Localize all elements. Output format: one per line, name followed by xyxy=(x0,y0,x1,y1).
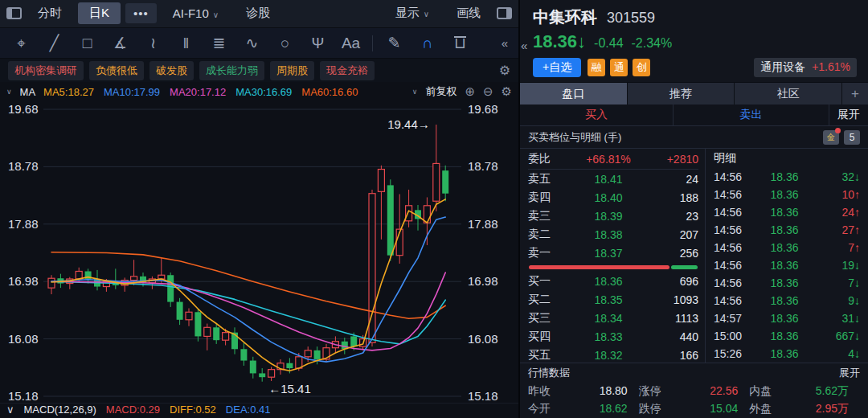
tags-settings-gear-icon[interactable]: ⚙ xyxy=(499,63,510,78)
svg-text:16.98: 16.98 xyxy=(468,274,498,288)
ask-level-row[interactable]: 卖一18.37256 xyxy=(528,244,698,262)
stock-tags-row: 机构密集调研负债很低破发股成长能力弱周期股现金充裕 ⚙ xyxy=(0,59,518,82)
toggle-right-panel-icon[interactable] xyxy=(497,7,512,19)
stock-tag-0[interactable]: 机构密集调研 xyxy=(8,61,84,80)
quote-label: 跌停 xyxy=(639,402,661,416)
tick-row[interactable]: 14:5718.36 31↓ xyxy=(714,309,860,327)
weibi-diff: +2810 xyxy=(652,153,698,166)
collapse-toolbar-icon[interactable]: « xyxy=(496,36,514,50)
tick-row[interactable]: 14:5618.36 7↑ xyxy=(714,239,860,256)
tick-row[interactable]: 14:5618.36 27↑ xyxy=(714,221,860,239)
magnet-icon[interactable]: ∩ xyxy=(411,35,444,52)
ma-collapse-chevron-icon[interactable]: ∨ xyxy=(6,88,12,96)
stock-tag-2[interactable]: 破发股 xyxy=(149,61,194,80)
tab-1[interactable]: 推荐 xyxy=(628,83,735,104)
gann-fan-icon[interactable]: ∡ xyxy=(104,34,137,52)
tab-2[interactable]: 社区 xyxy=(735,83,842,104)
stock-tag-4[interactable]: 周期股 xyxy=(270,61,314,80)
bid-level-row[interactable]: 买五18.32166 xyxy=(528,346,698,364)
wave-icon[interactable]: ∿ xyxy=(235,34,268,52)
expand-trade-button[interactable]: 展开 xyxy=(829,104,868,125)
weibi-row: 委比 +66.81% +2810 xyxy=(528,149,698,170)
tick-row[interactable]: 14:5618.36 19↓ xyxy=(714,256,860,274)
golden-section-icon[interactable]: ≣ xyxy=(203,34,235,52)
zoom-out-icon[interactable]: ⊖ xyxy=(483,84,493,99)
chevron-down-icon: ∨ xyxy=(424,10,429,18)
stock-badge-0[interactable]: 融 xyxy=(588,59,605,76)
quote-label: 昨收 xyxy=(528,384,551,399)
ask-level-row[interactable]: 卖五18.4124 xyxy=(528,170,698,188)
svg-text:15.18: 15.18 xyxy=(468,389,498,403)
stock-tag-1[interactable]: 负债很低 xyxy=(89,61,144,80)
toolbar-item-4[interactable]: 诊股 xyxy=(235,2,281,24)
pan-crosshair-icon[interactable]: ⌖ xyxy=(5,35,38,52)
pitchfork-icon[interactable]: Ψ xyxy=(301,35,334,52)
bid-level-row[interactable]: 买三18.341113 xyxy=(528,309,698,327)
macd-collapse-chevron-icon[interactable]: ∨ xyxy=(6,404,14,416)
trash-icon[interactable]: ⊔ xyxy=(444,35,477,52)
toolbar-item-1[interactable]: 日K xyxy=(78,2,121,24)
price-change-pct: -2.34% xyxy=(632,36,673,51)
quote-label: 涨停 xyxy=(639,384,661,399)
zoom-in-icon[interactable]: ⊕ xyxy=(465,84,475,99)
rectangle-icon[interactable]: □ xyxy=(71,35,104,52)
chevron-down-icon: ∨ xyxy=(213,10,219,19)
market-data-section: 行情数据 展开 昨收 18.80涨停 22.56内盘 5.62万今开 18.62… xyxy=(520,363,868,418)
text-tool-icon[interactable]: Aa xyxy=(334,35,367,52)
ma-label: MA xyxy=(20,86,36,98)
ellipse-icon[interactable]: ○ xyxy=(268,35,301,52)
trendline-icon[interactable]: ╱ xyxy=(38,34,71,52)
macd-indicator-bar: ∨ MACD(12,26,9) MACD:0.29DIFF:0.52DEA:0.… xyxy=(0,403,518,418)
ask-level-row[interactable]: 卖三18.3923 xyxy=(528,207,698,225)
stock-name: 中集环科 xyxy=(533,6,597,28)
tick-details-column: 明细 14:5618.36 32↓ 14:5618.36 10↑ 14:5618… xyxy=(705,149,868,363)
market-data-title: 行情数据 xyxy=(528,366,570,380)
expand-market-data-button[interactable]: 展开 xyxy=(839,366,860,380)
svg-text:←15.41: ←15.41 xyxy=(268,381,311,395)
tick-row[interactable]: 15:2618.36 4↓ xyxy=(714,345,860,363)
add-watchlist-button[interactable]: +自选 xyxy=(533,58,581,77)
stock-badge-1[interactable]: 通 xyxy=(610,59,628,76)
toolbar-item-3[interactable]: AI-F10∨ xyxy=(162,3,230,23)
price-adjust-mode[interactable]: 前复权 xyxy=(425,84,457,99)
bid-level-row[interactable]: 买四18.33440 xyxy=(528,327,698,346)
panel-collapse-icon[interactable]: « xyxy=(521,39,527,52)
tick-row[interactable]: 14:5618.36 7↓ xyxy=(714,274,860,292)
tab-0[interactable]: 盘口 xyxy=(520,83,628,104)
weibi-pct: +66.81% xyxy=(565,153,652,166)
industry-chip[interactable]: 通用设备 +1.61% xyxy=(754,58,857,77)
levels-title: 买卖档位与明细 (手) xyxy=(528,130,621,145)
toolbar-item-0[interactable]: 分时 xyxy=(27,2,73,24)
level-depth-count-badge[interactable]: 5 xyxy=(844,130,860,145)
tick-row[interactable]: 14:5618.36 24↑ xyxy=(714,203,860,221)
svg-text:18.78: 18.78 xyxy=(468,159,498,173)
pencil-icon[interactable]: ✎ xyxy=(378,34,411,52)
add-tab-button[interactable]: + xyxy=(842,83,868,104)
svg-text:17.88: 17.88 xyxy=(468,216,498,230)
toolbar-item-2[interactable]: ••• xyxy=(125,3,157,23)
stock-tag-5[interactable]: 现金充裕 xyxy=(320,61,375,80)
toolbar-right-item-0[interactable]: 显示∨ xyxy=(384,2,440,24)
bid-level-row[interactable]: 买一18.36696 xyxy=(528,272,698,290)
stock-tag-3[interactable]: 成长能力弱 xyxy=(199,61,264,80)
toolbar-right-item-1[interactable]: 画线 xyxy=(445,2,492,24)
stock-badge-2[interactable]: 创 xyxy=(633,59,650,76)
polyline-icon[interactable]: ≀ xyxy=(137,34,170,52)
quote-label: 今开 xyxy=(528,402,551,416)
level1-gold-icon[interactable]: 金 xyxy=(823,130,839,145)
tick-row[interactable]: 14:5618.36 9↓ xyxy=(714,292,860,309)
chart-settings-gear-icon[interactable]: ⚙ xyxy=(502,84,512,99)
vertical-lines-icon[interactable]: ‖ xyxy=(170,35,203,52)
sell-button[interactable]: 卖出 xyxy=(674,104,829,125)
tick-row[interactable]: 15:0018.36 667↓ xyxy=(714,327,860,345)
toggle-left-panel-icon[interactable] xyxy=(6,7,22,19)
ask-level-row[interactable]: 卖四18.40188 xyxy=(528,188,698,207)
ask-level-row[interactable]: 卖二18.38207 xyxy=(528,225,698,244)
adjust-dropdown-chevron-icon[interactable]: ∨ xyxy=(412,88,418,96)
bid-level-row[interactable]: 买二18.351093 xyxy=(528,290,698,309)
candlestick-chart-canvas[interactable]: 19.6819.6818.7818.7817.8817.8816.9816.98… xyxy=(0,101,518,403)
tick-row[interactable]: 14:5618.36 32↓ xyxy=(714,168,860,186)
tick-row[interactable]: 14:5618.36 10↑ xyxy=(714,186,860,203)
order-book: 委比 +66.81% +2810 卖五18.4124 卖四18.40188 卖三… xyxy=(520,149,868,363)
buy-button[interactable]: 买入 xyxy=(520,104,674,125)
